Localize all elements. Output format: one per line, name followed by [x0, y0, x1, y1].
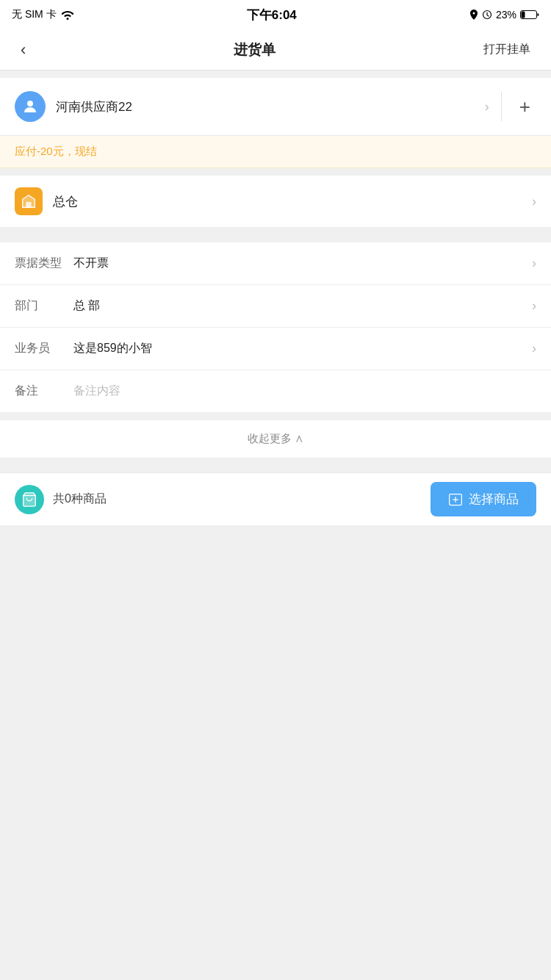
form-section: 票据类型 不开票 › 部门 总 部 › 业务员 这是859的小智 › 备注 备注… [0, 242, 551, 412]
remark-row[interactable]: 备注 备注内容 [0, 370, 551, 412]
bottom-divider [0, 458, 551, 465]
wifi-icon [61, 10, 74, 20]
salesperson-row[interactable]: 业务员 这是859的小智 › [0, 328, 551, 370]
department-label: 部门 [15, 298, 73, 314]
warehouse-name: 总仓 [53, 193, 526, 210]
salesperson-chevron-icon: › [532, 341, 536, 356]
top-divider [0, 71, 551, 78]
battery-icon [520, 10, 539, 20]
invoice-type-row[interactable]: 票据类型 不开票 › [0, 242, 551, 285]
status-time: 下午6:04 [247, 7, 297, 24]
form-divider [0, 228, 551, 235]
page-title: 进货单 [234, 40, 276, 60]
salesperson-value: 这是859的小智 [73, 341, 526, 356]
select-product-label: 选择商品 [469, 491, 519, 508]
add-supplier-button[interactable]: + [514, 90, 536, 124]
warehouse-icon [21, 193, 37, 209]
invoice-type-label: 票据类型 [15, 256, 73, 271]
product-count-icon-bg [15, 485, 44, 514]
invoice-type-value: 不开票 [73, 256, 526, 271]
nav-bar: ‹ 进货单 打开挂单 [0, 29, 551, 71]
product-count-text: 共0种商品 [53, 491, 431, 507]
select-product-icon [448, 492, 463, 507]
status-right: 23% [469, 9, 539, 21]
salesperson-label: 业务员 [15, 341, 73, 356]
department-value: 总 部 [73, 298, 526, 314]
svg-rect-2 [521, 12, 525, 18]
remark-label: 备注 [15, 383, 73, 399]
collapse-text: 收起更多 ∧ [248, 432, 303, 446]
sim-label: 无 SIM 卡 [12, 8, 57, 21]
svg-rect-4 [26, 202, 31, 207]
department-chevron-icon: › [532, 298, 536, 314]
alert-text: 应付-20元，现结 [15, 145, 97, 157]
cart-icon [21, 491, 37, 508]
supplier-section: 河南供应商22 › + [0, 78, 551, 136]
mid-divider [0, 168, 551, 176]
bottom-bar: 共0种商品 选择商品 [0, 472, 551, 525]
back-button[interactable]: ‹ [15, 35, 32, 65]
department-row[interactable]: 部门 总 部 › [0, 285, 551, 328]
svg-point-3 [27, 101, 33, 107]
warehouse-icon-bg [15, 187, 43, 215]
collapse-row[interactable]: 收起更多 ∧ [0, 419, 551, 458]
warehouse-chevron-icon: › [532, 194, 536, 209]
supplier-chevron-icon: › [485, 99, 489, 115]
status-left: 无 SIM 卡 [12, 8, 74, 21]
status-bar: 无 SIM 卡 下午6:04 23% [0, 0, 551, 29]
supplier-divider [501, 92, 502, 121]
person-icon [21, 98, 39, 115]
remark-value[interactable]: 备注内容 [73, 383, 536, 399]
alert-bar: 应付-20元，现结 [0, 136, 551, 168]
alarm-icon [482, 10, 492, 20]
supplier-row[interactable]: 河南供应商22 › [15, 78, 489, 135]
supplier-name: 河南供应商22 [56, 98, 479, 115]
warehouse-row[interactable]: 总仓 › [0, 176, 551, 228]
select-product-button[interactable]: 选择商品 [431, 482, 536, 516]
location-icon [469, 10, 478, 20]
open-pending-button[interactable]: 打开挂单 [478, 36, 536, 63]
supplier-avatar [15, 91, 46, 122]
battery-text: 23% [496, 9, 516, 21]
invoice-type-chevron-icon: › [532, 256, 536, 271]
